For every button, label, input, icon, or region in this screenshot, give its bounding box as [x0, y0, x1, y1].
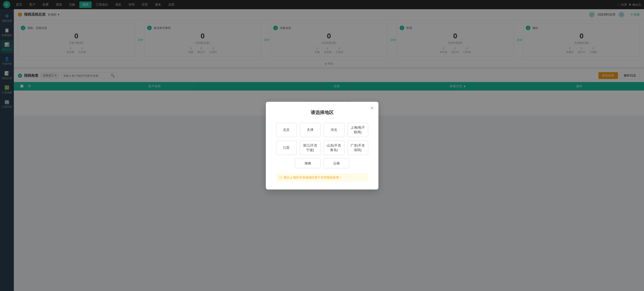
region-zhejiang[interactable]: 浙江(不含宁波) — [300, 141, 321, 155]
modal-region-row-3: 海南 云南 — [276, 159, 368, 168]
notice-icon: ⓘ — [279, 175, 282, 180]
region-tianjin[interactable]: 天津 — [300, 123, 321, 137]
modal-region-row-1: 北京 天津 河北 上海(电子税局) — [276, 123, 368, 137]
region-hainan[interactable]: 海南 — [295, 159, 321, 168]
region-shandong[interactable]: 山东(不含青岛) — [324, 141, 344, 155]
modal-close-button[interactable]: ✕ — [369, 105, 375, 111]
region-jiangsu[interactable]: 江苏 — [276, 141, 297, 155]
notice-text: 除以上地区外其他地区暂不支持报税检查！ — [284, 175, 342, 180]
modal-overlay: ✕ 请选择地区 北京 天津 河北 上海(电子税局) 江苏 浙江(不含宁波) 山东… — [0, 0, 644, 291]
region-select-modal: ✕ 请选择地区 北京 天津 河北 上海(电子税局) 江苏 浙江(不含宁波) 山东… — [266, 102, 378, 189]
modal-notice: ⓘ 除以上地区外其他地区暂不支持报税检查！ — [276, 173, 368, 182]
region-shanghai[interactable]: 上海(电子税局) — [347, 123, 368, 137]
modal-title: 请选择地区 — [276, 109, 368, 116]
region-hebei[interactable]: 河北 — [324, 123, 344, 137]
region-guangdong[interactable]: 广东(不含深圳) — [347, 141, 368, 155]
region-yunnan[interactable]: 云南 — [324, 159, 349, 168]
region-beijing[interactable]: 北京 — [276, 123, 297, 137]
modal-region-row-2: 江苏 浙江(不含宁波) 山东(不含青岛) 广东(不含深圳) — [276, 141, 368, 155]
